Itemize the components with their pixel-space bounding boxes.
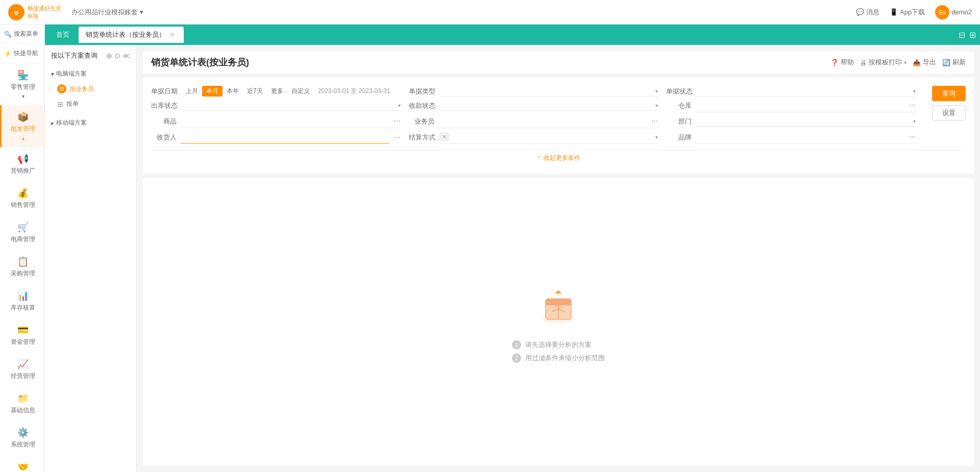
sidebar-item-sales[interactable]: 💰 销售管理 xyxy=(0,181,44,216)
sidebar-item-purchase[interactable]: 📋 采购管理 xyxy=(0,250,44,284)
add-scheme-button[interactable]: ⊕ xyxy=(106,52,112,60)
tab-minimize-button[interactable]: ⊟ xyxy=(959,30,965,40)
tab-home[interactable]: 首页 xyxy=(49,27,77,43)
filter-area: 单据日期 上月 本月 本年 近7天 更多 自定义 xyxy=(143,78,974,174)
sidebar-item-ecommerce[interactable]: 🛒 电商管理 xyxy=(0,216,44,250)
home-tab-label: 首页 xyxy=(56,30,69,39)
tab-close-button[interactable]: × xyxy=(168,31,177,39)
date-tab-this-month[interactable]: 本月 xyxy=(202,86,223,97)
dept-label: 部门 xyxy=(666,117,692,126)
tab-bar: 首页 销货单统计表（按业务员） × ⊟ ⊞ xyxy=(45,25,980,45)
sidebar-item-corp[interactable]: 🤝 企业协同 xyxy=(0,455,44,472)
query-panel-header: 按以下方案查询 ⊕ ⊙ ≪ xyxy=(45,51,136,64)
logo-area: 畅捷通好生意 标版 xyxy=(8,4,61,20)
consignee-input[interactable] xyxy=(181,131,389,144)
consignee-label: 收货人 xyxy=(151,133,177,142)
sidebar-item-inventory[interactable]: 📊 库存核算 xyxy=(0,284,44,318)
date-tab-custom[interactable]: 自定义 xyxy=(287,86,314,97)
date-tab-more[interactable]: 更多 xyxy=(267,86,287,97)
ecommerce-icon: 🛒 xyxy=(17,222,29,233)
filter-salesman: 业务员 ··· xyxy=(409,114,658,128)
user-profile[interactable]: Ea demo2 xyxy=(935,5,972,19)
settlement-label: 结算方式 xyxy=(409,133,435,142)
filter-warehouse: 仓库 ··· xyxy=(666,99,916,112)
download-icon: 📱 xyxy=(890,8,898,16)
print-button[interactable]: 🖨 按模板打印 ▾ xyxy=(860,58,906,67)
title-actions: ❓ 帮助 🖨 按模板打印 ▾ 📤 导出 🔄 xyxy=(830,58,966,67)
app-name-label: 办公用品行业模拟账套 xyxy=(71,8,138,17)
warehouse-select[interactable]: ··· xyxy=(696,99,916,112)
query-button[interactable]: 查询 xyxy=(932,86,966,101)
active-tab-label: 销货单统计表（按业务员） xyxy=(86,30,165,39)
settings-button[interactable]: 设置 xyxy=(932,105,966,121)
doc-type-arrow: ▾ xyxy=(655,88,658,94)
doc-type-select[interactable]: ▾ xyxy=(439,86,658,97)
receipt-label: 收款状态 xyxy=(409,101,435,110)
receipt-select[interactable]: ▾ xyxy=(439,101,658,111)
app-selector[interactable]: 办公用品行业模拟账套 ▾ xyxy=(67,6,148,19)
salesman-dots[interactable]: ··· xyxy=(651,116,658,126)
settlement-tag-close[interactable]: × xyxy=(443,133,446,140)
settlement-select[interactable]: × ▾ xyxy=(439,130,658,144)
filter-settlement: 结算方式 × ▾ xyxy=(409,130,658,144)
filter-stock-out: 出库状态 ▾ xyxy=(151,101,401,111)
empty-state: 1 请先选择要分析的方案 2 用过滤条件来缩小分析范围 xyxy=(143,178,974,466)
goods-select[interactable]: ··· xyxy=(181,114,401,128)
doc-type-label: 单据类型 xyxy=(409,87,435,96)
date-range: 2023-03-01 至 2023-03-31 xyxy=(318,87,390,96)
sidebar-item-marketing[interactable]: 📢 营销推广 xyxy=(0,147,44,181)
tab-expand-button[interactable]: ⊞ xyxy=(969,30,976,40)
top-header: 畅捷通好生意 标版 办公用品行业模拟账套 ▾ 💬 消息 📱 App下载 Ea d… xyxy=(0,0,980,25)
svg-point-8 xyxy=(557,291,560,294)
purchase-icon: 📋 xyxy=(17,256,29,267)
basic-icon: 📁 xyxy=(17,393,29,404)
brand-dots[interactable]: ··· xyxy=(909,132,916,141)
collapse-panel-button[interactable]: ≪ xyxy=(122,52,130,60)
filter-goods: 商品 ··· xyxy=(151,114,401,128)
page-title: 销货单统计表(按业务员) xyxy=(151,56,249,68)
tab-active[interactable]: 销货单统计表（按业务员） × xyxy=(79,27,184,43)
settlement-arrow: ▾ xyxy=(655,134,658,140)
sidebar-item-finance[interactable]: 💳 资金管理 xyxy=(0,318,44,352)
edit-scheme-button[interactable]: ⊙ xyxy=(114,52,120,60)
date-tab-7days[interactable]: 近7天 xyxy=(243,86,267,97)
sidebar-item-wholesale[interactable]: 📦 批发管理 ▴ xyxy=(0,105,44,147)
scheme-group-arrow: ▾ xyxy=(51,70,54,78)
scheme-item-by-order[interactable]: ⊞ 按单 xyxy=(45,97,136,111)
brand-select[interactable]: ··· xyxy=(696,130,916,144)
filter-dept: 部门 ▾ xyxy=(666,116,916,127)
date-tab-last-month[interactable]: 上月 xyxy=(182,86,202,97)
tip-num-2: 2 xyxy=(512,353,521,363)
scheme-item-by-salesman[interactable]: 按 按业务员 xyxy=(45,81,136,97)
sidebar-item-operation[interactable]: 📈 经营管理 xyxy=(0,352,44,387)
quick-nav[interactable]: ⚡ 快捷导航 xyxy=(0,44,44,63)
warehouse-dots[interactable]: ··· xyxy=(909,101,916,110)
sidebar-item-system[interactable]: ⚙️ 系统管理 xyxy=(0,421,44,455)
print-icon: 🖨 xyxy=(860,59,867,66)
sidebar-search[interactable]: 🔍 搜索菜单 xyxy=(0,25,44,44)
refresh-button[interactable]: 🔄 刷新 xyxy=(942,58,966,67)
sidebar-item-retail[interactable]: 🏪 零售管理 ▾ xyxy=(0,63,44,105)
help-button[interactable]: ❓ 帮助 xyxy=(830,58,854,67)
goods-dots[interactable]: ··· xyxy=(394,116,400,126)
doc-status-select[interactable]: ▾ xyxy=(697,86,916,97)
app-download-button[interactable]: 📱 App下载 xyxy=(890,8,925,17)
doc-status-arrow: ▾ xyxy=(913,88,916,94)
export-icon: 📤 xyxy=(913,59,921,66)
collapse-filter-button[interactable]: ⌃ 收起更多条件 xyxy=(151,150,966,166)
message-button[interactable]: 💬 消息 xyxy=(856,8,879,17)
filter-doc-status: 单据状态 ▾ xyxy=(666,86,916,97)
stock-out-select[interactable]: ▾ xyxy=(182,101,401,111)
consignee-dots[interactable]: ··· xyxy=(394,133,400,142)
scheme-group-mobile-label: 移动端方案 xyxy=(56,119,87,127)
scheme-group-desktop-header[interactable]: ▾ 电脑端方案 xyxy=(45,66,136,81)
salesman-select[interactable]: ··· xyxy=(438,114,658,128)
svg-point-7 xyxy=(556,304,561,309)
scheme-group-mobile-header[interactable]: ▸ 移动端方案 xyxy=(45,115,136,130)
sidebar-item-basic[interactable]: 📁 基础信息 xyxy=(0,387,44,421)
stock-out-label: 出库状态 xyxy=(151,101,178,110)
export-button[interactable]: 📤 导出 xyxy=(913,58,936,67)
dept-select[interactable]: ▾ xyxy=(696,116,916,127)
svg-point-1 xyxy=(15,13,17,15)
date-tab-this-year[interactable]: 本年 xyxy=(223,86,243,97)
